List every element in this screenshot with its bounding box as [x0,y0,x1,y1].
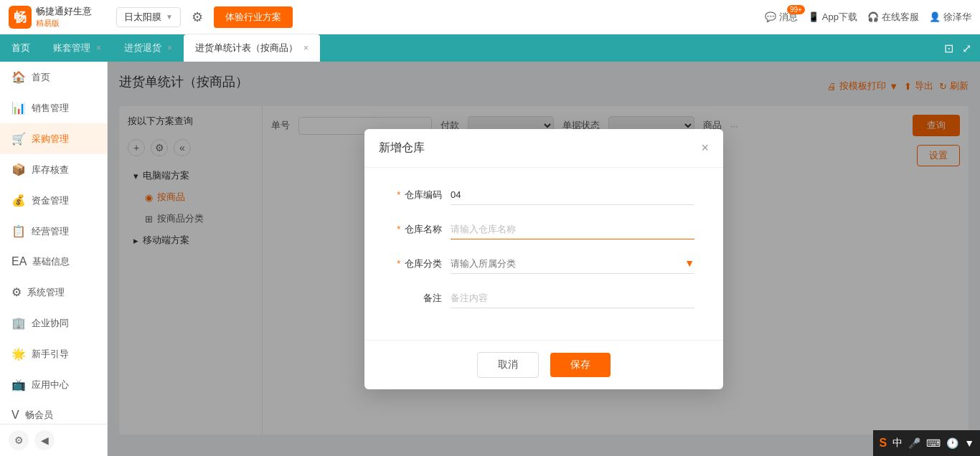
tab-purchase-stats-close[interactable]: × [303,43,308,53]
sidebar-label-app-center: 应用中心 [32,379,69,391]
sidebar-item-inventory[interactable]: 📦 库存核查 [0,154,107,185]
home-icon: 🏠 [11,70,26,84]
tab-purchase-return[interactable]: 进货退货 × [113,34,184,62]
sidebar-item-purchase[interactable]: 🛒 采购管理 [0,123,107,154]
code-input[interactable] [451,185,694,205]
user-profile-button[interactable]: 👤 徐泽华 [929,11,971,24]
tab-purchase-stats[interactable]: 进货单统计表（按商品） × [184,34,320,62]
header-right: 💬 消息 99+ 📱 App下载 🎧 在线客服 👤 徐泽华 [765,11,971,24]
app-icon: 📱 [808,11,819,22]
sidebar: 🏠 首页 📊 销售管理 🛒 采购管理 📦 库存核查 💰 资金管理 📋 经营管理 … [0,62,108,456]
code-label-text: 仓库编码 [405,189,442,200]
remark-label-text: 备注 [423,293,442,303]
sidebar-label-operation: 经营管理 [32,225,69,238]
sidebar-label-basic-info: 基础信息 [32,255,70,268]
member-icon: V [11,409,19,422]
purchase-icon: 🛒 [11,132,26,146]
name-label: * 仓库名称 [393,223,451,236]
sidebar-collapse-button[interactable]: ◀ [34,430,55,450]
name-label-text: 仓库名称 [405,224,442,234]
trial-button[interactable]: 体验行业方案 [214,6,293,28]
system-icon: ⚙ [11,285,22,299]
name-input[interactable] [451,219,694,239]
message-button[interactable]: 💬 消息 99+ [765,11,798,24]
user-icon: 👤 [929,11,941,22]
sidebar-item-system[interactable]: ⚙ 系统管理 [0,277,107,308]
sidebar-item-finance[interactable]: 💰 资金管理 [0,185,107,216]
category-form-label: * 仓库分类 [393,257,451,270]
tab-accounts[interactable]: 账套管理 × [42,34,113,62]
tab-purchase-return-close[interactable]: × [167,43,172,53]
modal-body: * 仓库编码 * 仓库名称 [364,168,723,340]
keyboard-icon: ⌨ [926,437,941,449]
category-dropdown-arrow[interactable]: ▼ [684,257,694,269]
sidebar-label-sales: 销售管理 [32,102,69,115]
store-dropdown-arrow: ▼ [166,13,173,21]
required-star-name: * [397,224,400,234]
header-center: 日太阳膜 ▼ ⚙ 体验行业方案 [116,6,765,28]
category-select-row: ▼ [451,254,694,274]
sidebar-item-home[interactable]: 🏠 首页 [0,62,107,92]
modal-close-button[interactable]: × [701,141,709,154]
sidebar-settings-button[interactable]: ⚙ [9,430,29,450]
heart-icon: ▼ [964,437,974,449]
store-name: 日太阳膜 [124,11,161,24]
sidebar-item-enterprise[interactable]: 🏢 企业协同 [0,308,107,338]
s-brand-icon: S [879,437,887,450]
sales-icon: 📊 [11,101,26,115]
tab-minimize-button[interactable]: ⊡ [941,40,956,57]
modal-dialog: 新增仓库 × * 仓库编码 * [364,129,723,389]
form-row-code: * 仓库编码 [393,185,694,205]
sidebar-item-app-center[interactable]: 📺 应用中心 [0,369,107,400]
headset-icon: 🎧 [867,11,879,22]
clock-icon: 🕐 [946,437,958,449]
cancel-button[interactable]: 取消 [477,352,539,378]
sidebar-label-system: 系统管理 [27,286,65,299]
sidebar-bottom: ⚙ ◀ [0,424,107,456]
form-row-category: * 仓库分类 ▼ [393,254,694,274]
basic-info-icon: EA [11,255,27,268]
remark-input[interactable] [451,288,694,308]
tab-purchase-stats-label: 进货单统计表（按商品） [195,42,298,54]
app-label: App下载 [822,11,857,24]
tab-accounts-close[interactable]: × [96,43,101,53]
tab-expand-button[interactable]: ⤢ [959,40,974,57]
zh-icon: 中 [892,437,903,450]
logo-text: 畅捷通好生意 精易版 [36,5,92,29]
code-label: * 仓库编码 [393,189,451,201]
inventory-icon: 📦 [11,163,26,176]
tab-home[interactable]: 首页 [0,34,42,62]
save-button[interactable]: 保存 [550,353,611,377]
form-row-name: * 仓库名称 [393,219,694,239]
required-star-code: * [397,189,400,200]
modal-title: 新增仓库 [379,141,425,156]
logo-main-text: 畅捷通好生意 [36,5,92,18]
logo-sub-text: 精易版 [36,18,92,29]
app-download-button[interactable]: 📱 App下载 [808,11,857,24]
category-select-input[interactable] [451,254,684,273]
sidebar-label-inventory: 库存核查 [32,163,69,176]
mic-icon: 🎤 [908,437,920,449]
sidebar-label-member: 畅会员 [25,409,53,422]
sidebar-label-enterprise: 企业协同 [32,317,69,330]
store-selector[interactable]: 日太阳膜 ▼ [116,7,181,27]
sidebar-item-basic-info[interactable]: EA 基础信息 [0,247,107,277]
sidebar-label-home: 首页 [32,71,50,84]
sidebar-item-operation[interactable]: 📋 经营管理 [0,216,107,247]
nav-tabs: 首页 账套管理 × 进货退货 × 进货单统计表（按商品） × ⊡ ⤢ [0,34,980,62]
user-name: 徐泽华 [943,11,971,24]
sidebar-label-finance: 资金管理 [32,194,69,207]
settings-icon-button[interactable]: ⚙ [187,6,208,28]
sidebar-item-guide[interactable]: 🌟 新手引导 [0,338,107,369]
tab-purchase-return-label: 进货退货 [124,42,161,54]
remark-label: 备注 [393,292,451,305]
bottom-right-bar: S 中 🎤 ⌨ 🕐 ▼ [873,430,980,456]
sidebar-item-sales[interactable]: 📊 销售管理 [0,92,107,123]
tab-accounts-label: 账套管理 [53,42,90,54]
logo-icon: 畅 [9,6,32,29]
online-service-button[interactable]: 🎧 在线客服 [867,11,919,24]
modal-overlay: 新增仓库 × * 仓库编码 * [108,62,980,456]
tab-controls: ⊡ ⤢ [941,40,980,57]
operation-icon: 📋 [11,224,26,238]
form-row-remark: 备注 [393,288,694,308]
